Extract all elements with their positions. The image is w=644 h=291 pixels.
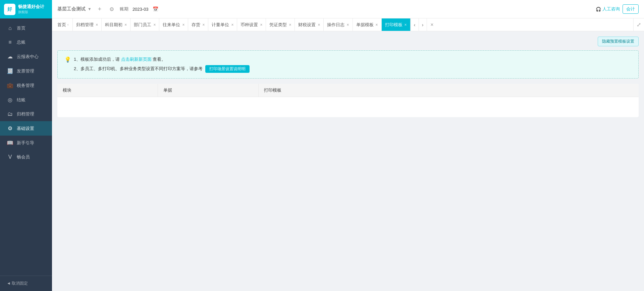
sidebar-item-archive[interactable]: 🗂 归档管理 xyxy=(0,107,52,121)
tab-dept-staff[interactable]: 部门员工 × xyxy=(130,18,159,31)
sidebar-nav: ⌂ 首页 ≡ 总账 ☁ 云报表中心 🧾 发票管理 💼 税务管理 ◎ 结账 🗂 归… xyxy=(0,18,52,276)
tab-operation-log[interactable]: 操作日志 × xyxy=(324,18,353,31)
main-area: 基层工会测试 ▼ + ⚙ 账期 2023-03 📅 🎧 人工咨询 会计 首页 ‹… xyxy=(52,0,644,291)
sidebar-label-ledger: 总账 xyxy=(17,39,25,45)
sidebar-item-member[interactable]: V 畅会员 xyxy=(0,150,52,164)
app-logo: 好 畅捷通好会计 旗舰版 xyxy=(0,0,52,18)
sidebar-label-invoice: 发票管理 xyxy=(17,68,34,74)
sidebar-label-archive: 归档管理 xyxy=(17,111,34,117)
period-value: 2023-03 xyxy=(132,7,149,12)
tax-icon: 💼 xyxy=(7,82,13,89)
tab-label-voucher: 凭证类型 xyxy=(269,22,287,28)
sidebar-item-basic-settings[interactable]: ⚙ 基础设置 xyxy=(0,121,52,136)
sidebar-item-ledger[interactable]: ≡ 总账 xyxy=(0,35,52,49)
sidebar-label-home: 首页 xyxy=(17,25,25,31)
tab-measure-unit[interactable]: 计量单位 × xyxy=(208,18,237,31)
logo-icon: 好 xyxy=(4,4,15,15)
tab-subject-init[interactable]: 科目期初 × xyxy=(102,18,130,31)
header-settings-button[interactable]: ⚙ xyxy=(108,5,116,13)
service-label: 人工咨询 xyxy=(602,6,620,12)
add-tab-button[interactable]: + xyxy=(96,5,104,13)
sidebar-item-tax[interactable]: 💼 税务管理 xyxy=(0,78,52,93)
tab-home[interactable]: 首页 ‹ xyxy=(53,18,73,31)
notice-icon: 💡 xyxy=(64,56,71,63)
tab-close-log[interactable]: × xyxy=(346,23,349,27)
tab-bar: 首页 ‹ 归档管理 × 科目期初 × 部门员工 × 往来单位 × 存货 × 计量… xyxy=(52,18,644,31)
tab-close-archive[interactable]: × xyxy=(96,23,98,27)
calendar-icon[interactable]: 📅 xyxy=(153,6,158,12)
content-area: 隐藏预置模板设置 💡 1、模板添加成功后，请 点击刷新新页面 查看。 💡 2、多… xyxy=(52,31,644,291)
home-icon: ⌂ xyxy=(7,25,13,31)
tab-next-button[interactable]: › xyxy=(419,18,427,31)
sidebar-item-home[interactable]: ⌂ 首页 xyxy=(0,21,52,35)
sidebar: 好 畅捷通好会计 旗舰版 ⌂ 首页 ≡ 总账 ☁ 云报表中心 🧾 发票管理 💼 … xyxy=(0,0,52,291)
col-module: 模块 xyxy=(57,84,158,97)
notice-row-1: 💡 1、模板添加成功后，请 点击刷新新页面 查看。 xyxy=(64,56,632,63)
sidebar-item-cloud-report[interactable]: ☁ 云报表中心 xyxy=(0,49,52,64)
notice-line1-prefix: 1、模板添加成功后，请 xyxy=(74,57,120,62)
tab-close-currency[interactable]: × xyxy=(260,23,262,27)
notice-line1-suffix: 查看。 xyxy=(153,57,166,62)
sidebar-label-member: 畅会员 xyxy=(17,154,30,160)
tab-archive-mgmt[interactable]: 归档管理 × xyxy=(73,18,102,31)
home-tab-label: 首页 xyxy=(57,22,66,28)
tab-tax-settings[interactable]: 财税设置 × xyxy=(295,18,324,31)
company-name: 基层工会测试 xyxy=(57,6,86,12)
tab-currency[interactable]: 币种设置 × xyxy=(237,18,266,31)
company-selector[interactable]: 基层工会测试 ▼ xyxy=(57,6,92,12)
sidebar-label-cloud: 云报表中心 xyxy=(17,54,39,60)
tab-close-measure[interactable]: × xyxy=(231,23,233,27)
settings-icon: ⚙ xyxy=(7,125,13,132)
tab-label-inventory: 存货 xyxy=(192,22,200,28)
table-body xyxy=(57,97,639,117)
tab-close-inventory[interactable]: × xyxy=(202,23,205,27)
tab-label-subject: 科目期初 xyxy=(105,22,122,28)
print-scene-button[interactable]: 打印场景设置说明明 xyxy=(205,65,250,73)
settle-icon: ◎ xyxy=(7,97,13,103)
tab-label-tax: 财税设置 xyxy=(298,22,316,28)
tab-label-archive: 归档管理 xyxy=(76,22,94,28)
member-icon: V xyxy=(7,154,13,160)
period-label: 账期 xyxy=(120,6,128,12)
sidebar-item-invoice[interactable]: 🧾 发票管理 xyxy=(0,64,52,78)
tab-label-trade: 往来单位 xyxy=(163,22,180,28)
col-document: 单据 xyxy=(158,84,259,97)
tab-label-measure: 计量单位 xyxy=(212,22,229,28)
guide-icon: 📖 xyxy=(7,140,13,146)
tab-close-all-button[interactable]: × xyxy=(427,18,437,31)
tab-label-log: 操作日志 xyxy=(327,22,344,28)
tab-close-tax[interactable]: × xyxy=(318,23,320,27)
sidebar-item-guide[interactable]: 📖 新手引导 xyxy=(0,136,52,150)
hide-template-button[interactable]: 隐藏预置模板设置 xyxy=(598,37,639,46)
tab-close-single[interactable]: × xyxy=(376,23,378,27)
tab-single-template[interactable]: 单据模板 × xyxy=(353,18,382,31)
tab-prev-button[interactable]: ‹ xyxy=(411,18,419,31)
sidebar-label-tax: 税务管理 xyxy=(17,83,34,89)
tab-voucher-type[interactable]: 凭证类型 × xyxy=(266,18,295,31)
archive-icon: 🗂 xyxy=(7,111,13,117)
tab-close-dept[interactable]: × xyxy=(153,23,156,27)
tab-label-currency: 币种设置 xyxy=(240,22,258,28)
tab-close-subject[interactable]: × xyxy=(124,23,127,27)
tab-print-template[interactable]: 打印模板 × xyxy=(382,18,411,31)
col-print-template: 打印模板 xyxy=(259,84,639,97)
sidebar-label-settle: 结账 xyxy=(17,97,25,103)
account-type-button[interactable]: 会计 xyxy=(623,4,639,14)
dropdown-icon: ▼ xyxy=(88,7,92,11)
service-button[interactable]: 🎧 人工咨询 xyxy=(596,6,620,12)
home-tab-chevron: ‹ xyxy=(67,23,68,27)
tab-close-trade[interactable]: × xyxy=(182,23,184,27)
tab-expand-button[interactable]: ⤢ xyxy=(633,18,644,31)
tab-inventory[interactable]: 存货 × xyxy=(188,18,208,31)
table-header: 模块 单据 打印模板 xyxy=(57,84,639,97)
unpin-button[interactable]: ◄ 取消固定 xyxy=(0,276,52,291)
sidebar-item-settle[interactable]: ◎ 结账 xyxy=(0,93,52,107)
tab-label-dept: 部门员工 xyxy=(134,22,151,28)
tab-close-voucher[interactable]: × xyxy=(289,23,291,27)
app-name: 畅捷通好会计 xyxy=(18,4,44,10)
tab-close-print[interactable]: × xyxy=(405,23,407,27)
tab-trade-unit[interactable]: 往来单位 × xyxy=(159,18,188,31)
tab-label-print: 打印模板 xyxy=(385,22,402,28)
refresh-link[interactable]: 点击刷新新页面 xyxy=(121,57,152,62)
sidebar-label-guide: 新手引导 xyxy=(17,140,34,146)
